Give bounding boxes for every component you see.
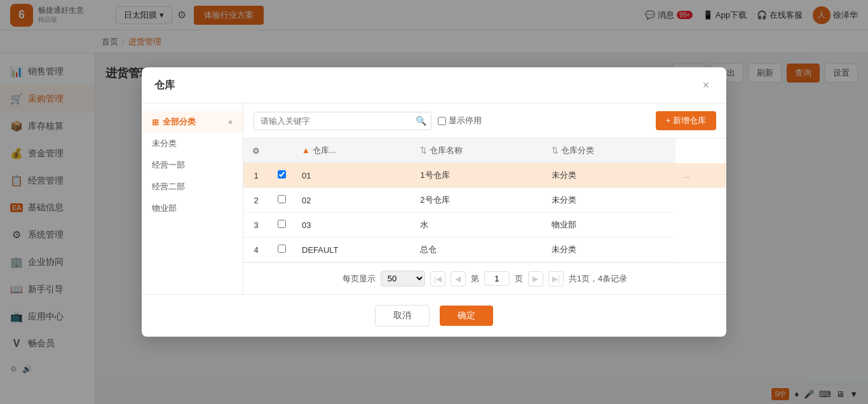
- page-size-select[interactable]: 50 20 100: [381, 271, 425, 286]
- page-suffix: 页: [515, 273, 523, 285]
- row-select-checkbox[interactable]: [278, 245, 286, 253]
- page-input[interactable]: [484, 271, 510, 286]
- table-panel: 🔍 显示停用 + 新增仓库 ⚙: [243, 104, 726, 294]
- search-wrap: 🔍: [254, 112, 431, 130]
- pagination-bar: 每页显示 50 20 100 |◀ ◀ 第 页 ▶ ▶| 共1页，4条记录: [243, 262, 726, 294]
- row-num: 1: [243, 163, 269, 188]
- modal-footer: 取消 确定: [142, 294, 726, 337]
- row-checkbox[interactable]: [269, 163, 294, 188]
- table-row[interactable]: 4 DEFAULT 总仓 未分类: [243, 238, 726, 262]
- sort-icon2: ⇅: [420, 145, 427, 155]
- warehouse-table: ⚙ ▲ 仓库... ⇅ 仓库名称: [243, 138, 726, 262]
- row-select-checkbox[interactable]: [278, 170, 286, 178]
- page-label: 第: [471, 273, 479, 285]
- row-code: 03: [294, 213, 412, 238]
- row-num: 3: [243, 213, 269, 238]
- show-disabled-checkbox[interactable]: 显示停用: [438, 115, 482, 126]
- search-icon[interactable]: 🔍: [416, 116, 426, 126]
- th-category: ⇅ 仓库分类: [544, 138, 675, 163]
- sort-icon3: ⇅: [552, 145, 559, 155]
- row-code: 02: [294, 188, 412, 213]
- row-checkbox[interactable]: [269, 213, 294, 238]
- th-name: ⇅ 仓库名称: [412, 138, 544, 163]
- th-checkbox: [269, 138, 294, 163]
- row-name: 水: [412, 213, 544, 238]
- collapse-icon[interactable]: «: [228, 118, 233, 126]
- new-warehouse-button[interactable]: + 新增仓库: [656, 111, 716, 130]
- data-table-wrap: ⚙ ▲ 仓库... ⇅ 仓库名称: [243, 138, 726, 262]
- last-page-btn[interactable]: ▶|: [548, 271, 564, 286]
- cancel-button[interactable]: 取消: [375, 305, 430, 327]
- category-property[interactable]: 物业部: [142, 198, 243, 219]
- show-disabled-label: 显示停用: [449, 115, 482, 126]
- row-select-checkbox[interactable]: [278, 195, 286, 203]
- modal-overlay[interactable]: 仓库 × ⊞ 全部分类 « 未分类 经营一部 经营二部: [0, 0, 868, 404]
- search-input[interactable]: [254, 112, 431, 130]
- warehouse-modal: 仓库 × ⊞ 全部分类 « 未分类 经营一部 经营二部: [142, 67, 726, 337]
- row-name: 总仓: [412, 238, 544, 262]
- row-category: 未分类: [544, 163, 675, 188]
- row-checkbox[interactable]: [269, 238, 294, 262]
- th-code: ▲ 仓库...: [294, 138, 412, 163]
- row-action[interactable]: ...: [675, 163, 726, 188]
- th-settings: ⚙: [243, 138, 269, 163]
- row-name: 2号仓库: [412, 188, 544, 213]
- table-toolbar: 🔍 显示停用 + 新增仓库: [243, 104, 726, 138]
- category-all-label: 全部分类: [163, 116, 196, 128]
- category-grid-icon: ⊞: [152, 118, 159, 127]
- modal-header: 仓库 ×: [142, 67, 726, 104]
- modal-title: 仓库: [154, 79, 175, 92]
- category-ops1[interactable]: 经营一部: [142, 154, 243, 176]
- row-code: 01: [294, 163, 412, 188]
- first-page-btn[interactable]: |◀: [430, 271, 445, 286]
- table-row[interactable]: 1 01 1号仓库 未分类 ...: [243, 163, 726, 188]
- category-unclassified[interactable]: 未分类: [142, 133, 243, 154]
- table-row[interactable]: 2 02 2号仓库 未分类: [243, 188, 726, 213]
- confirm-button[interactable]: 确定: [440, 306, 493, 326]
- row-select-checkbox[interactable]: [278, 220, 286, 228]
- row-num: 4: [243, 238, 269, 262]
- row-category: 未分类: [544, 238, 675, 262]
- category-ops2[interactable]: 经营二部: [142, 176, 243, 198]
- row-category: 未分类: [544, 188, 675, 213]
- category-all[interactable]: ⊞ 全部分类 «: [142, 111, 243, 133]
- total-info: 共1页，4条记录: [569, 273, 627, 285]
- per-page-label: 每页显示: [342, 273, 376, 285]
- disabled-checkbox[interactable]: [438, 117, 446, 125]
- row-name: 1号仓库: [412, 163, 544, 188]
- table-row[interactable]: 3 03 水 物业部: [243, 213, 726, 238]
- modal-close-button[interactable]: ×: [698, 77, 714, 93]
- row-checkbox[interactable]: [269, 188, 294, 213]
- row-num: 2: [243, 188, 269, 213]
- category-panel: ⊞ 全部分类 « 未分类 经营一部 经营二部 物业部: [142, 104, 243, 294]
- row-category: 物业部: [544, 213, 675, 238]
- prev-page-btn[interactable]: ◀: [451, 271, 466, 286]
- modal-body: ⊞ 全部分类 « 未分类 经营一部 经营二部 物业部: [142, 104, 726, 294]
- sort-icon: ▲: [302, 145, 310, 155]
- row-code: DEFAULT: [294, 238, 412, 262]
- next-page-btn[interactable]: ▶: [528, 271, 543, 286]
